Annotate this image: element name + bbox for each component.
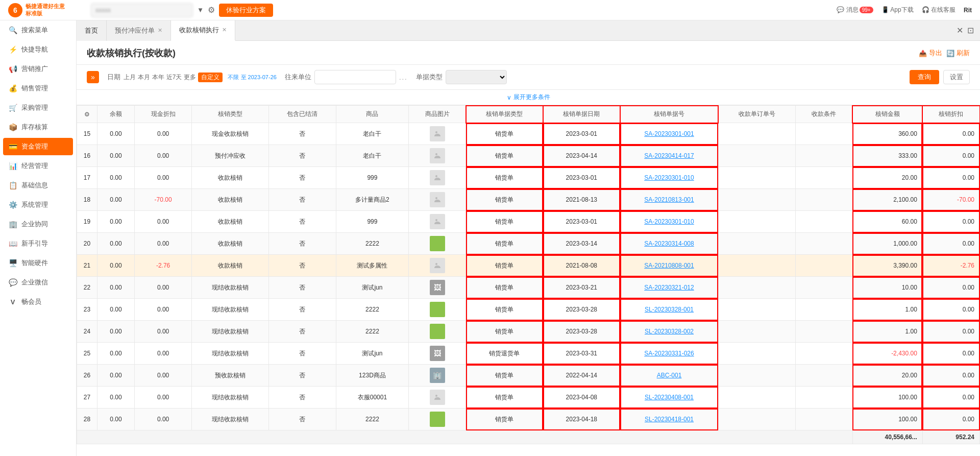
search-bar-input[interactable] [91, 3, 193, 17]
col-settings[interactable]: ⚙ [77, 106, 97, 123]
app-download[interactable]: 📱 App下载 [881, 6, 914, 14]
sidebar-label-quick: 快捷导航 [21, 45, 48, 54]
cell-include-settled: 否 [269, 365, 336, 387]
cell-verify-bill-no[interactable]: ABC-001 [620, 365, 718, 387]
dropdown-btn[interactable]: ▼ [197, 6, 204, 14]
marketing-icon: 📢 [8, 64, 17, 74]
sidebar-item-marketing[interactable]: 📢 营销推广 [0, 59, 76, 79]
refresh-btn[interactable]: 🔄 刷新 [946, 49, 970, 58]
sidebar-item-guide[interactable]: 📖 新手引导 [0, 234, 76, 253]
cell-verify-bill-no[interactable]: SA-20230301-010 [620, 167, 718, 189]
sidebar-item-hardware[interactable]: 🖥️ 智能硬件 [0, 253, 76, 273]
cell-verify-discount: 0.00 [922, 343, 979, 365]
table-body: 15 0.00 0.00 现金收款核销 否 老白干 销货单 2023-03-01… [77, 123, 980, 430]
sidebar-item-operation[interactable]: 📊 经营管理 [0, 156, 76, 176]
cell-product: 123D商品 [336, 365, 408, 387]
main-layout: 🔍 搜索菜单 ⚡ 快捷导航 📢 营销推广 💰 销售管理 🛒 采购管理 📦 库存核… [0, 20, 980, 456]
sidebar-item-wechat[interactable]: 💬 企业微信 [0, 273, 76, 292]
cell-verify-type: 预付冲应收 [192, 145, 269, 167]
sidebar-item-inventory[interactable]: 📦 库存核算 [0, 117, 76, 137]
date-link-lastmonth[interactable]: 上月 [124, 73, 136, 82]
sidebar-label-hardware: 智能硬件 [21, 258, 48, 268]
table-container[interactable]: ⚙ 余额 现金折扣 核销类型 包含已结清 商品 商品图片 核销单据类型 核销单据… [77, 105, 980, 456]
cell-receipt-order-no [718, 277, 795, 299]
tab-prepay[interactable]: 预付冲应付单 ✕ [107, 20, 171, 41]
cell-product-img [409, 255, 466, 277]
message-area[interactable]: 💬 消息99+ [837, 6, 873, 14]
online-service[interactable]: 🎧 在线客服 [922, 6, 955, 14]
cell-include-settled: 否 [269, 189, 336, 211]
tab-prepay-close[interactable]: ✕ [158, 27, 162, 34]
query-btn[interactable]: 查询 [910, 70, 939, 84]
tab-collection-close[interactable]: ✕ [222, 27, 227, 33]
cell-balance: 0.00 [97, 255, 135, 277]
col-verify-type: 核销类型 [192, 106, 269, 123]
cell-verify-bill-no[interactable]: SA-20230314-008 [620, 233, 718, 255]
cell-receipt-condition [795, 365, 852, 387]
page-header: 收款核销执行(按收款) 📤 导出 🔄 刷新 [77, 41, 980, 65]
sidebar-item-corp[interactable]: 🏢 企业协同 [0, 214, 76, 234]
setting-btn[interactable]: 设置 [943, 70, 970, 84]
tab-home[interactable]: 首页 [77, 20, 107, 41]
cell-verify-bill-no[interactable]: SA-20230301-001 [620, 123, 718, 145]
filter-expand-btn[interactable]: » [87, 71, 99, 83]
cell-verify-bill-no[interactable]: SA-20230414-017 [620, 145, 718, 167]
sidebar-item-basic[interactable]: 📋 基础信息 [0, 176, 76, 195]
cell-verify-bill-no[interactable]: SA-20210808-001 [620, 255, 718, 277]
date-link-thismonth[interactable]: 本月 [138, 73, 150, 82]
cell-verify-bill-no[interactable]: SL-20230328-001 [620, 299, 718, 321]
cell-product-img [409, 123, 466, 145]
cell-balance: 0.00 [97, 167, 135, 189]
settings-icon[interactable]: ⚙ [208, 5, 215, 15]
date-link-more[interactable]: 更多 [184, 73, 196, 82]
sidebar-item-sales[interactable]: 💰 销售管理 [0, 79, 76, 98]
date-link-thisyear[interactable]: 本年 [152, 73, 164, 82]
cell-verify-bill-no[interactable]: SA-20230321-012 [620, 277, 718, 299]
cell-include-settled: 否 [269, 123, 336, 145]
counterparty-input[interactable] [314, 70, 396, 84]
sidebar-item-search[interactable]: 🔍 搜索菜单 [0, 20, 76, 40]
tab-collection[interactable]: 收款核销执行 ✕ [171, 20, 235, 41]
cell-cash-discount: 0.00 [135, 211, 192, 233]
filter-date-group: 上月 本月 本年 近7天 更多 自定义 [124, 73, 223, 82]
cell-product: 测试多属性 [336, 255, 408, 277]
date-link-custom[interactable]: 自定义 [198, 73, 223, 82]
cell-include-settled: 否 [269, 211, 336, 233]
tab-maximize-btn[interactable]: ⊡ [967, 26, 974, 35]
cell-product: 测试jun [336, 277, 408, 299]
tab-close-window-btn[interactable]: ✕ [957, 26, 963, 35]
cell-verify-discount: 0.00 [922, 299, 979, 321]
cell-row-num: 26 [77, 365, 97, 387]
bill-type-select[interactable] [446, 70, 507, 84]
industry-solution-btn[interactable]: 休验行业方案 [219, 4, 273, 17]
sidebar-item-finance[interactable]: 💳 资金管理 [3, 138, 73, 155]
sidebar-item-purchase[interactable]: 🛒 采购管理 [0, 98, 76, 117]
cell-verify-bill-no[interactable]: SL-20230408-001 [620, 387, 718, 409]
table-row: 28 0.00 0.00 现结收款核销 否 2222 销货单 2023-04-1… [77, 409, 980, 430]
cell-product-img [409, 387, 466, 409]
cell-receipt-order-no [718, 321, 795, 343]
export-btn[interactable]: 📤 导出 [919, 49, 942, 58]
cell-verify-amount: 100.00 [852, 409, 922, 430]
filter-date-item: 日期 上月 本月 本年 近7天 更多 自定义 不限 至 2023-07-26 [107, 73, 277, 82]
expand-conditions-link[interactable]: ∨ 展开更多条件 [507, 93, 550, 102]
cell-verify-amount: 360.00 [852, 123, 922, 145]
table-row: 18 0.00 -70.00 收款核销 否 多计量商品2 销货单 2021-08… [77, 189, 980, 211]
export-icon: 📤 [919, 50, 927, 57]
cell-verify-bill-no[interactable]: SA-20230301-010 [620, 211, 718, 233]
cell-product-img: 🖼 [409, 343, 466, 365]
sidebar-label-corp: 企业协同 [21, 220, 48, 229]
cell-product: 多计量商品2 [336, 189, 408, 211]
date-link-recent7[interactable]: 近7天 [166, 73, 182, 82]
cell-verify-bill-no[interactable]: SA-20230331-026 [620, 343, 718, 365]
cell-verify-bill-no[interactable]: SL-20230418-001 [620, 409, 718, 430]
sidebar-item-system[interactable]: ⚙️ 系统管理 [0, 195, 76, 214]
cell-verify-bill-no[interactable]: SA-20210813-001 [620, 189, 718, 211]
inventory-icon: 📦 [8, 123, 17, 132]
cell-verify-bill-no[interactable]: SL-20230328-002 [620, 321, 718, 343]
svg-point-5 [435, 263, 437, 265]
sidebar-item-quick[interactable]: ⚡ 快捷导航 [0, 40, 76, 59]
col-product: 商品 [336, 106, 408, 123]
sidebar-item-member[interactable]: V 畅会员 [0, 292, 76, 311]
cell-product: 衣服00001 [336, 387, 408, 409]
